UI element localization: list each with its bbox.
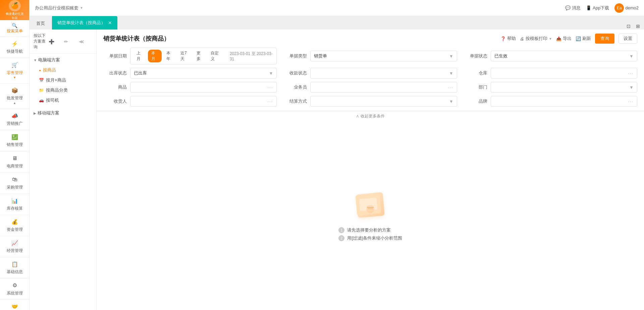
sidebar-item-cooperation[interactable]: 🤝 企业协同: [0, 300, 30, 310]
out-status-control[interactable]: 已出库 ▼: [130, 68, 277, 79]
collapse-label: ∧ 收起更多条件: [356, 114, 384, 118]
topbar-left: 办公用品行业模拟账套 ▼: [35, 5, 83, 11]
settings-button[interactable]: 设置: [619, 34, 637, 44]
sidebar-item-finance[interactable]: 💰 资金管理: [0, 215, 30, 236]
brand-label: 品牌: [464, 98, 491, 104]
message-btn[interactable]: 💬 消息: [565, 5, 581, 11]
sidebar-item-purchase[interactable]: 🛍 采购管理: [0, 172, 30, 194]
refresh-btn[interactable]: 🔄 刷新: [576, 36, 591, 42]
search-menu[interactable]: 🔍 搜索菜单: [0, 20, 30, 37]
type-filter-control[interactable]: 销货单 ▼: [310, 51, 457, 61]
avatar: Ea: [614, 3, 624, 13]
finance-icon: 💰: [11, 218, 18, 226]
type-filter-label: 单据类型: [283, 53, 310, 59]
operations-icon: 📈: [11, 240, 18, 247]
username: demo2: [625, 5, 639, 10]
sidebar-item-quick[interactable]: ⚡ 快捷导航: [0, 37, 30, 58]
by-month-goods-label: 按月+商品: [46, 77, 66, 83]
payment-status-label: 收款状态: [283, 70, 310, 76]
query-button[interactable]: 查询: [595, 34, 614, 44]
status-dropdown-icon: ▼: [629, 54, 634, 59]
date-tab-7days[interactable]: 近7天: [178, 49, 192, 63]
help-label: 帮助: [507, 36, 516, 42]
by-driver-icon: 🚗: [39, 98, 44, 103]
empty-text: 1 请先选择要分析的方案 2 用[过滤]条件来缩小分析范围: [338, 227, 402, 243]
tree-child-by-goods[interactable]: ● 按商品: [30, 65, 96, 75]
content-area: 按以下方案查询 ➕ ✏ ≪ ▼ 电脑端方案 ● 按商品 📅 按月+商品: [30, 30, 644, 310]
help-icon: ❓: [500, 36, 506, 41]
app-name: 畅捷通好生意: [6, 12, 24, 16]
tab-maximize-btn[interactable]: ⊞: [635, 23, 641, 30]
purchase-icon: 🛍: [12, 176, 17, 183]
tab-close-icon[interactable]: ✕: [108, 20, 112, 25]
date-tab-this-year[interactable]: 本年: [164, 49, 176, 63]
status-filter-control[interactable]: 已生效 ▼: [491, 51, 637, 61]
brand-control[interactable]: ···: [491, 96, 637, 107]
retail-label: 零售管理: [7, 70, 23, 76]
date-tabs: 上月 本月 本年 近7天 更多 自定义: [134, 49, 224, 63]
payment-method-control[interactable]: ▼: [310, 96, 457, 107]
warehouse-label: 仓库: [464, 70, 491, 76]
out-status-value: 已出库: [134, 70, 147, 76]
sidebar-item-retail[interactable]: 🛒 零售管理 ▼: [0, 58, 30, 84]
sidebar-item-marketing[interactable]: 📣 营销推广: [0, 109, 30, 130]
tree-child-by-driver[interactable]: 🚗 按司机: [30, 95, 96, 105]
empty-svg: [350, 188, 390, 222]
goods-control[interactable]: ···: [130, 82, 277, 93]
receiver-label: 收货人: [103, 98, 130, 104]
collapse-conditions-btn[interactable]: ∧ 收起更多条件: [97, 111, 644, 121]
date-filter-label: 单据日期: [103, 53, 130, 59]
app-download-btn[interactable]: 📱 App下载: [586, 5, 609, 11]
filter-row-out-status: 出库状态 已出库 ▼ 收款状态 ▼ 仓库 ···: [103, 68, 637, 79]
date-tab-last-month[interactable]: 上月: [134, 49, 146, 63]
date-tab-this-month[interactable]: 本月: [148, 50, 161, 62]
date-tab-custom[interactable]: 自定义: [208, 49, 224, 63]
date-tab-more[interactable]: 更多: [194, 49, 206, 63]
tab-minimize-btn[interactable]: ⊡: [625, 23, 632, 30]
stock-icon: 📊: [11, 197, 18, 205]
user-menu[interactable]: Ea demo2: [614, 3, 639, 13]
export-icon: 📤: [556, 36, 561, 41]
retail-icon: 🛒: [11, 61, 18, 69]
sidebar-item-wholesale[interactable]: 📦 批发管理 ▲: [0, 84, 30, 109]
edit-scheme-btn[interactable]: ✏: [64, 39, 77, 44]
tree-group-mobile: ▶ 移动端方案: [30, 107, 96, 119]
industry-selector[interactable]: 办公用品行业模拟账套 ▼: [35, 5, 83, 11]
add-scheme-btn[interactable]: ➕: [49, 39, 62, 44]
tree-child-by-month-goods[interactable]: 📅 按月+商品: [30, 75, 96, 85]
step1-num: 1: [338, 227, 344, 233]
tree-child-by-category[interactable]: 📁 按商品分类: [30, 85, 96, 95]
sidebar-item-operations[interactable]: 📈 经营管理: [0, 236, 30, 257]
sidebar-item-ecom[interactable]: 🖥 电商管理: [0, 151, 30, 172]
tree-parent-mobile-label: 移动端方案: [38, 110, 59, 116]
page-header: 销货单统计表（按商品） ❓ 帮助 🖨 按模板打印 ▼ 📤 导出: [97, 30, 644, 44]
sidebar-item-system[interactable]: ⚙ 系统管理: [0, 278, 30, 300]
tab-active[interactable]: 销货单统计表（按商品） ✕: [52, 16, 117, 30]
receiver-dots-icon: ···: [267, 99, 273, 104]
basic-label: 基础信息: [7, 269, 23, 275]
print-btn[interactable]: 🖨 按模板打印 ▼: [520, 36, 552, 42]
salesperson-control[interactable]: ···: [310, 82, 457, 93]
receiver-control[interactable]: ···: [130, 96, 277, 107]
goods-dots-icon: ···: [267, 85, 273, 90]
main-wrap: 办公用品行业模拟账套 ▼ 💬 消息 📱 App下载 Ea demo2 首页 销货…: [30, 0, 644, 310]
tab-active-label: 销货单统计表（按商品）: [57, 20, 105, 26]
sidebar-item-stock[interactable]: 📊 库存核算: [0, 194, 30, 215]
tab-home[interactable]: 首页: [30, 17, 52, 30]
collapse-scheme-btn[interactable]: ≪: [79, 39, 92, 44]
sidebar-item-basic[interactable]: 📋 基础信息: [0, 257, 30, 278]
sidebar-item-sales[interactable]: 💹 销售管理: [0, 130, 30, 151]
tree-parent-mobile[interactable]: ▶ 移动端方案: [30, 108, 96, 118]
step2-num: 2: [338, 235, 344, 241]
out-status-label: 出库状态: [103, 70, 130, 76]
message-icon: 💬: [565, 5, 571, 10]
tree-parent-desktop[interactable]: ▼ 电脑端方案: [30, 55, 96, 65]
payment-status-control[interactable]: ▼: [310, 68, 457, 79]
by-goods-label: 按商品: [43, 67, 56, 73]
department-control[interactable]: ▼: [491, 82, 637, 93]
warehouse-control[interactable]: ···: [491, 68, 637, 79]
help-btn[interactable]: ❓ 帮助: [500, 36, 516, 42]
export-btn[interactable]: 📤 导出: [556, 36, 572, 42]
industry-chevron-icon: ▼: [80, 6, 83, 10]
finance-label: 资金管理: [7, 227, 23, 232]
